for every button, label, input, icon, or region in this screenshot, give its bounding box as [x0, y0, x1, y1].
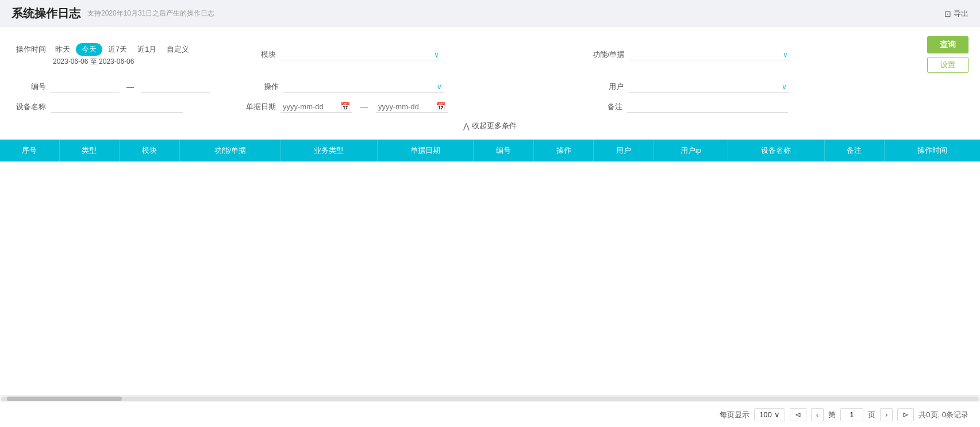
- date-input-end-wrap: 📅: [376, 101, 448, 113]
- time-filter-group: 昨天 今天 近7天 近1月 自定义: [51, 43, 194, 56]
- table-header: 序号 类型 模块 功能/单据 业务类型 单据日期 编号 操作 用户 用户ip 设…: [0, 140, 980, 161]
- date-dash: —: [360, 102, 368, 111]
- horizontal-scrollbar[interactable]: [0, 395, 980, 402]
- scrollbar-thumb[interactable]: [7, 397, 122, 401]
- operation-chevron-icon: ∨: [437, 83, 442, 91]
- calendar-start-icon[interactable]: 📅: [340, 102, 350, 111]
- remark-label: 备注: [577, 102, 622, 112]
- page-subtitle: 支持2020年10月31日之后产生的操作日志: [87, 9, 214, 18]
- query-button[interactable]: 查询: [927, 36, 969, 53]
- module-filter-col: 模块 ∨: [241, 49, 579, 60]
- operation-label: 操作: [244, 82, 279, 92]
- per-page-label: 每页显示: [720, 410, 750, 420]
- id-input-end[interactable]: [141, 81, 210, 93]
- settings-button[interactable]: 设置: [927, 57, 969, 73]
- date-filter-col: 单据日期 📅 — 📅: [241, 101, 577, 113]
- col-operation: 操作: [533, 140, 593, 161]
- id-dash: —: [126, 83, 134, 91]
- function-chevron-icon: ∨: [783, 51, 788, 59]
- per-page-select[interactable]: 100 ∨: [754, 408, 785, 421]
- id-filter-col: 编号 —: [11, 81, 210, 93]
- table-header-row: 序号 类型 模块 功能/单据 业务类型 单据日期 编号 操作 用户 用户ip 设…: [0, 140, 980, 161]
- time-btn-7days[interactable]: 近7天: [103, 43, 132, 56]
- user-label: 用户: [578, 82, 624, 92]
- device-input[interactable]: [51, 101, 183, 113]
- device-filter-col: 设备名称: [11, 101, 207, 113]
- date-input-start[interactable]: [283, 102, 340, 111]
- id-label: 编号: [11, 82, 46, 92]
- page-label: 第: [828, 410, 836, 420]
- user-filter-col: 用户 ∨: [578, 82, 911, 93]
- calendar-end-icon[interactable]: 📅: [436, 102, 445, 111]
- id-input-start[interactable]: [51, 81, 120, 93]
- function-select[interactable]: ∨: [629, 49, 790, 60]
- export-label: 导出: [954, 9, 969, 19]
- col-id: 编号: [474, 140, 533, 161]
- time-btn-1month[interactable]: 近1月: [133, 43, 161, 56]
- user-chevron-icon: ∨: [782, 83, 787, 91]
- operation-filter-col: 操作 ∨: [244, 82, 578, 93]
- page-unit: 页: [868, 410, 875, 420]
- module-select[interactable]: ∨: [280, 49, 441, 60]
- remark-input[interactable]: [627, 101, 788, 113]
- col-remark: 备注: [824, 140, 884, 161]
- module-chevron-icon: ∨: [434, 51, 439, 59]
- export-icon: ⊡: [944, 9, 951, 18]
- time-label: 操作时间: [11, 44, 46, 55]
- col-op-time: 操作时间: [884, 140, 980, 161]
- pagination: 每页显示 100 ∨ ⊲ ‹ 第 页 › ⊳ 共0页, 0条记录: [0, 402, 980, 427]
- function-filter-col: 功能/单据 ∨: [579, 49, 916, 60]
- id-range: —: [51, 81, 210, 93]
- date-label: 单据日期: [241, 102, 276, 112]
- time-btn-custom[interactable]: 自定义: [162, 43, 194, 56]
- collapse-row: ⋀ 收起更多条件: [11, 121, 969, 133]
- time-filter-col: 操作时间 昨天 今天 近7天 近1月 自定义 2023-06-06 至 2023…: [11, 43, 207, 67]
- user-select[interactable]: ∨: [628, 82, 789, 93]
- remark-filter-col: 备注: [577, 101, 912, 113]
- per-page-chevron-icon: ∨: [774, 410, 780, 419]
- col-function: 功能/单据: [179, 140, 280, 161]
- table-wrapper: 序号 类型 模块 功能/单据 业务类型 单据日期 编号 操作 用户 用户ip 设…: [0, 140, 980, 395]
- scrollbar-track[interactable]: [1, 397, 979, 401]
- last-page-button[interactable]: ⊳: [897, 408, 914, 421]
- module-label: 模块: [241, 49, 276, 60]
- filter-area: 操作时间 昨天 今天 近7天 近1月 自定义 2023-06-06 至 2023…: [0, 27, 980, 140]
- export-button[interactable]: ⊡ 导出: [944, 9, 969, 19]
- page-header: 系统操作日志 支持2020年10月31日之后产生的操作日志 ⊡ 导出: [0, 0, 980, 27]
- time-btn-yesterday[interactable]: 昨天: [51, 43, 75, 56]
- data-table: 序号 类型 模块 功能/单据 业务类型 单据日期 编号 操作 用户 用户ip 设…: [0, 140, 980, 161]
- col-user-ip: 用户ip: [654, 140, 728, 161]
- collapse-up-icon: ⋀: [463, 122, 470, 130]
- date-input-end[interactable]: [378, 102, 436, 111]
- filter-row-1: 操作时间 昨天 今天 近7天 近1月 自定义 2023-06-06 至 2023…: [11, 36, 969, 73]
- collapse-label: 收起更多条件: [472, 121, 517, 131]
- prev-page-button[interactable]: ‹: [811, 408, 824, 421]
- page-title: 系统操作日志: [11, 6, 80, 21]
- filter-row-2: 编号 — 操作 ∨ 用户 ∨: [11, 81, 969, 93]
- device-label: 设备名称: [11, 102, 46, 112]
- date-input-start-wrap: 📅: [280, 101, 352, 113]
- col-date: 单据日期: [377, 140, 474, 161]
- function-label: 功能/单据: [579, 49, 625, 60]
- col-type: 类型: [59, 140, 119, 161]
- action-buttons: 查询 设置: [927, 36, 969, 73]
- col-device: 设备名称: [728, 140, 824, 161]
- filter-row-3: 设备名称 单据日期 📅 — 📅: [11, 101, 969, 113]
- total-info: 共0页, 0条记录: [918, 410, 969, 420]
- col-user: 用户: [594, 140, 654, 161]
- next-page-button[interactable]: ›: [880, 408, 893, 421]
- first-page-button[interactable]: ⊲: [790, 408, 806, 421]
- time-range-display: 2023-06-06 至 2023-06-06: [53, 57, 134, 66]
- page-input[interactable]: [840, 408, 863, 421]
- empty-area: [0, 161, 980, 380]
- operation-select[interactable]: ∨: [283, 82, 444, 93]
- per-page-value: 100: [759, 410, 772, 419]
- date-range: 📅 — 📅: [280, 101, 448, 113]
- collapse-button[interactable]: ⋀ 收起更多条件: [463, 121, 517, 131]
- col-biz-type: 业务类型: [281, 140, 378, 161]
- col-sequence: 序号: [0, 140, 59, 161]
- col-module: 模块: [120, 140, 179, 161]
- time-btn-today[interactable]: 今天: [76, 43, 102, 56]
